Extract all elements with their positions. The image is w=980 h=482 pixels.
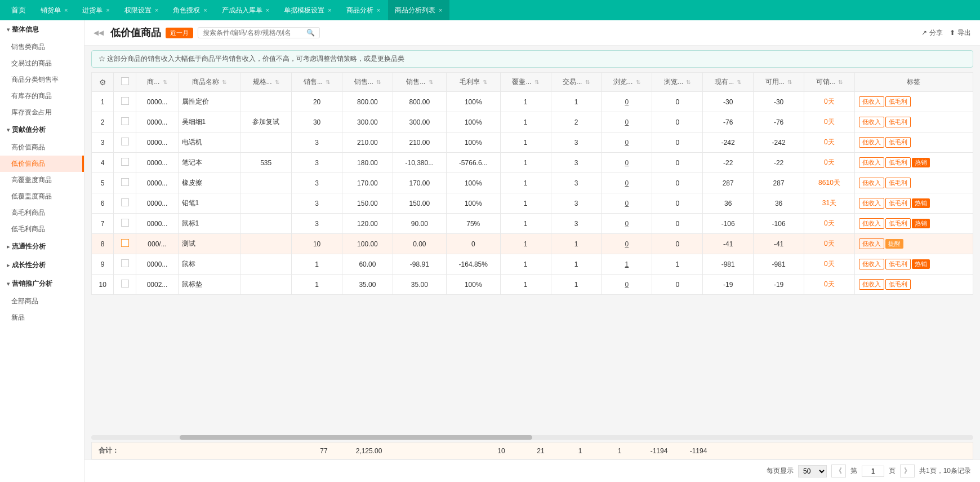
footer-col2: 2,125.00 xyxy=(346,447,391,455)
close-purchase-tab[interactable]: × xyxy=(106,7,109,14)
col-header-code[interactable]: 商... ⇅ xyxy=(136,73,178,92)
close-permission-tab[interactable]: × xyxy=(155,7,158,14)
page-input[interactable] xyxy=(862,466,884,477)
col-header-available[interactable]: 可用... ⇅ xyxy=(754,73,804,92)
col-header-col2[interactable]: 销售... ⇅ xyxy=(342,73,393,92)
cell-col7[interactable]: 0 xyxy=(602,275,652,295)
horizontal-scrollbar[interactable] xyxy=(91,435,973,440)
cell-checkbox[interactable] xyxy=(114,234,136,254)
col-header-gross[interactable]: 毛利率 ⇅ xyxy=(446,73,500,92)
cell-col10: -30 xyxy=(754,92,804,112)
sidebar-section-header-general[interactable]: ▾ 整体信息 xyxy=(0,20,84,39)
cell-col5: 1 xyxy=(500,234,551,254)
sidebar-item-traded-goods[interactable]: 交易过的商品 xyxy=(0,55,84,72)
sidebar-item-low-value[interactable]: 低价值商品 xyxy=(0,156,84,172)
col-header-trade[interactable]: 交易... ⇅ xyxy=(551,73,602,92)
nav-item-product-storage[interactable]: 产成品入库单 × xyxy=(215,0,276,20)
sidebar-item-sales-goods[interactable]: 销售类商品 xyxy=(0,39,84,55)
cell-checkbox[interactable] xyxy=(114,112,136,132)
cell-checkbox[interactable] xyxy=(114,214,136,234)
sidebar-item-all-goods[interactable]: 全部商品 xyxy=(0,293,84,309)
sidebar-item-high-coverage[interactable]: 高覆盖度商品 xyxy=(0,172,84,188)
col-header-browse1[interactable]: 浏览... ⇅ xyxy=(602,73,652,92)
cell-checkbox[interactable] xyxy=(114,153,136,173)
cell-col7[interactable]: 0 xyxy=(602,132,652,153)
cell-col9: -981 xyxy=(703,254,754,275)
col-header-stock[interactable]: 现有... ⇅ xyxy=(703,73,754,92)
cell-col7[interactable]: 0 xyxy=(602,92,652,112)
cell-col7[interactable]: 0 xyxy=(602,173,652,193)
sidebar-item-low-profit[interactable]: 低毛利商品 xyxy=(0,221,84,237)
info-text: ☆ 这部分商品的销售收入大幅低于商品平均销售收入，价值不高，可考虑调整营销策略，… xyxy=(99,54,404,64)
per-page-select[interactable]: 50 100 200 xyxy=(798,465,827,477)
col-header-coverage[interactable]: 覆盖... ⇅ xyxy=(500,73,551,92)
nav-item-permission[interactable]: 权限设置 × xyxy=(118,0,165,20)
period-badge[interactable]: 近一月 xyxy=(166,28,193,38)
nav-item-role[interactable]: 角色授权 × xyxy=(166,0,213,20)
cell-col7[interactable]: 0 xyxy=(602,112,652,132)
close-analysis-tab[interactable]: × xyxy=(377,7,380,14)
cell-tags: 低收入低毛利 xyxy=(854,112,973,132)
cell-num: 4 xyxy=(92,153,114,173)
close-analysis-list-tab[interactable]: × xyxy=(439,7,442,14)
col-header-col3[interactable]: 销售... ⇅ xyxy=(393,73,446,92)
footer-label: 合计： xyxy=(99,446,166,456)
close-product-storage-tab[interactable]: × xyxy=(266,7,269,14)
close-template-tab[interactable]: × xyxy=(328,7,331,14)
nav-item-home[interactable]: 首页 xyxy=(5,0,33,20)
nav-item-template[interactable]: 单据模板设置 × xyxy=(277,0,338,20)
cell-col7[interactable]: 0 xyxy=(602,153,652,173)
cell-col9: -76 xyxy=(703,112,754,132)
cell-days: 0天 xyxy=(804,153,855,173)
sidebar-item-high-value[interactable]: 高价值商品 xyxy=(0,139,84,156)
nav-item-sales[interactable]: 销货单 × xyxy=(34,0,74,20)
cell-col7[interactable]: 0 xyxy=(602,214,652,234)
first-page-button[interactable]: 《 xyxy=(831,465,846,477)
sidebar-item-stock-goods[interactable]: 有库存的商品 xyxy=(0,88,84,104)
nav-item-analysis[interactable]: 商品分析 × xyxy=(340,0,387,20)
col-header-col1[interactable]: 销售... ⇅ xyxy=(292,73,342,92)
cell-col2: 150.00 xyxy=(342,193,393,214)
col-header-checkbox[interactable] xyxy=(114,73,136,92)
search-input[interactable] xyxy=(203,29,304,37)
table-container: ⚙ 商... ⇅ 商品名称 ⇅ 规格... ⇅ 销售... ⇅ 销售... ⇅ … xyxy=(84,72,980,433)
cell-checkbox[interactable] xyxy=(114,193,136,214)
sidebar-item-low-coverage[interactable]: 低覆盖度商品 xyxy=(0,188,84,205)
cell-col7[interactable]: 1 xyxy=(602,254,652,275)
collapse-sidebar-button[interactable]: ◀◀ xyxy=(93,29,104,37)
share-button[interactable]: ↗ 分享 xyxy=(921,28,943,38)
cell-checkbox[interactable] xyxy=(114,173,136,193)
cell-col7[interactable]: 0 xyxy=(602,193,652,214)
cell-col7[interactable]: 0 xyxy=(602,234,652,254)
sidebar-item-category-sales-rate[interactable]: 商品分类销售率 xyxy=(0,72,84,88)
col-header-browse2[interactable]: 浏览... ⇅ xyxy=(652,73,703,92)
sidebar-section-header-growth[interactable]: ▸ 成长性分析 xyxy=(0,256,84,275)
nav-item-purchase[interactable]: 进货单 × xyxy=(75,0,116,20)
cell-col9: -242 xyxy=(703,132,754,153)
close-sales-tab[interactable]: × xyxy=(64,7,68,14)
cell-checkbox[interactable] xyxy=(114,132,136,153)
export-button[interactable]: ⬆ 导出 xyxy=(950,28,971,38)
col-header-spec[interactable]: 规格... ⇅ xyxy=(240,73,292,92)
last-page-button[interactable]: 》 xyxy=(900,465,915,477)
sidebar-item-high-profit[interactable]: 高毛利商品 xyxy=(0,205,84,221)
sidebar-item-stock-funds[interactable]: 库存资金占用 xyxy=(0,104,84,121)
sidebar-item-new-goods[interactable]: 新品 xyxy=(0,309,84,326)
cell-checkbox[interactable] xyxy=(114,275,136,295)
search-icon[interactable]: 🔍 xyxy=(306,29,315,37)
cell-col1: 20 xyxy=(292,92,342,112)
cell-days: 8610天 xyxy=(804,173,855,193)
cell-checkbox[interactable] xyxy=(114,92,136,112)
col-header-name[interactable]: 商品名称 ⇅ xyxy=(178,73,240,92)
cell-col10: -76 xyxy=(754,112,804,132)
col-header-sellable[interactable]: 可销... ⇅ xyxy=(804,73,855,92)
cell-checkbox[interactable] xyxy=(114,254,136,275)
sidebar-section-header-flow[interactable]: ▸ 流通性分析 xyxy=(0,237,84,256)
col-header-gear[interactable]: ⚙ xyxy=(92,73,114,92)
cell-col2: 180.00 xyxy=(342,153,393,173)
close-role-tab[interactable]: × xyxy=(203,7,207,14)
cell-days: 0天 xyxy=(804,92,855,112)
nav-item-analysis-list[interactable]: 商品分析列表 × xyxy=(388,0,449,20)
sidebar-section-header-contribution[interactable]: ▾ 贡献值分析 xyxy=(0,121,84,139)
sidebar-section-header-marketing[interactable]: ▾ 营销推广分析 xyxy=(0,275,84,293)
